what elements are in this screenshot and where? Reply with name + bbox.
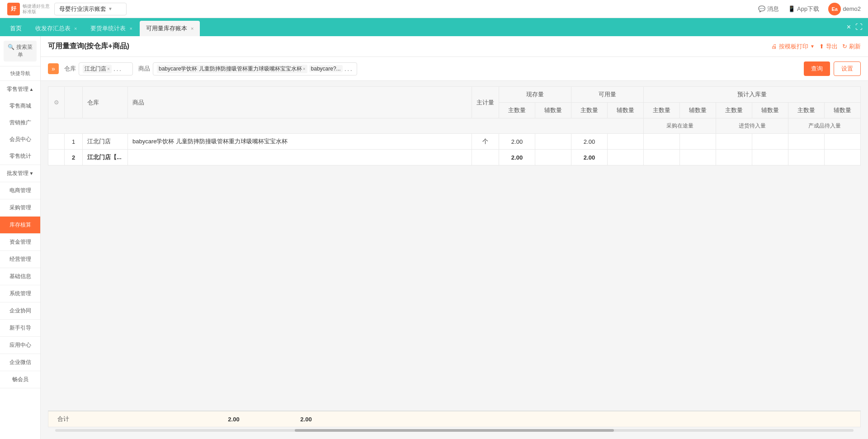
cell-available-sub-2 xyxy=(608,150,644,165)
mobile-icon: 📱 xyxy=(788,5,795,12)
th-production-group: 产成品待入量 xyxy=(788,118,861,134)
sidebar-group-system: 系统管理 xyxy=(0,285,40,302)
th-unit: 主计量 xyxy=(472,87,499,118)
cell-purchase-main-2 xyxy=(644,150,680,165)
chevron-up-icon: ▲ xyxy=(29,87,34,92)
cell-stock-main-1: 2.00 xyxy=(499,134,535,150)
sidebar-group-wholesale: 批发管理 ▼ xyxy=(0,165,40,182)
message-btn[interactable]: 💬 消息 xyxy=(758,5,779,13)
export-icon: ⬆ xyxy=(819,43,824,50)
tab-order-summary[interactable]: 要货单统计表 × xyxy=(84,21,138,36)
filter-actions: 查询 设置 xyxy=(804,61,861,76)
cell-production-sub-2 xyxy=(825,150,861,165)
app-download-btn[interactable]: 📱 App下载 xyxy=(788,5,819,13)
sidebar-group-inventory: 库存核算 xyxy=(0,217,40,234)
scroll-thumb[interactable] xyxy=(295,429,614,432)
footer-label: 合计 xyxy=(53,415,125,423)
quick-nav-label: 快捷导航 xyxy=(4,70,37,77)
remove-product-tag-1[interactable]: × xyxy=(303,66,306,71)
sidebar-group-apps: 应用中心 xyxy=(0,337,40,354)
export-btn[interactable]: ⬆ 导出 xyxy=(819,42,838,51)
cell-num-2: 2 xyxy=(65,150,83,165)
product-filter: 商品 babycare学饮杯 儿童防摔防撞吸管杯重力球吸嘴杯宝宝水杯 × bab… xyxy=(138,62,357,76)
settings-btn[interactable]: 设置 xyxy=(834,61,861,76)
cell-stock-sub-1 xyxy=(535,134,571,150)
filter-bar: » 仓库 江北门店 × ... 商品 babycare学饮杯 儿童防摔防撞吸管杯… xyxy=(41,57,868,81)
sidebar-item-wechat[interactable]: 企业微信 xyxy=(0,354,40,371)
remove-warehouse-tag[interactable]: × xyxy=(107,66,110,71)
cell-incoming-main-1 xyxy=(716,134,752,150)
logo-area: 好 畅捷通好生意 标准版 xyxy=(7,3,50,15)
footer-stock-main: 2.00 xyxy=(216,416,252,423)
refresh-btn[interactable]: ↻ 刷新 xyxy=(842,42,861,51)
sidebar-item-wholesale[interactable]: 批发管理 ▼ xyxy=(0,165,40,182)
sidebar-item-purchase[interactable]: 采购管理 xyxy=(0,199,40,216)
sidebar-item-retail-mgmt[interactable]: 零售管理 ▲ xyxy=(0,81,40,98)
cell-purchase-sub-1 xyxy=(680,134,716,150)
th-production-main: 主数量 xyxy=(788,103,825,118)
sidebar-item-business[interactable]: 经营管理 xyxy=(0,251,40,268)
sidebar-item-collab[interactable]: 企业协同 xyxy=(0,302,40,319)
sidebar-group-finance: 资金管理 xyxy=(0,234,40,251)
th-product: 商品 xyxy=(128,87,472,118)
sidebar-item-ecommerce[interactable]: 电商管理 xyxy=(0,182,40,199)
scroll-bar-area xyxy=(48,427,861,434)
user-area[interactable]: Ea demo2 xyxy=(828,3,861,15)
tab-receipt-summary[interactable]: 收发存汇总表 × xyxy=(29,21,83,36)
table-row: 1 江北门店 babycare学饮杯 儿童防摔防撞吸管杯重力球吸嘴杯宝宝水杯 个… xyxy=(48,134,861,150)
template-print-btn[interactable]: 🖨 按模板打印 ▼ xyxy=(771,42,815,51)
expand-btn[interactable]: ⛶ xyxy=(854,21,864,33)
sidebar-item-inventory[interactable]: 库存核算 xyxy=(0,217,40,233)
cell-production-main-1 xyxy=(788,134,825,150)
product-input[interactable]: babycare学饮杯 儿童防摔防撞吸管杯重力球吸嘴杯宝宝水杯 × babyca… xyxy=(153,62,357,76)
sidebar-item-retail-stats[interactable]: 零售统计 xyxy=(0,148,40,165)
cell-purchase-main-1 xyxy=(644,134,680,150)
company-select[interactable]: 母婴行业演示账套 ▼ xyxy=(54,3,127,15)
tab-available-ledger[interactable]: 可用量库存账本 × xyxy=(140,21,200,36)
sidebar-item-finance[interactable]: 资金管理 xyxy=(0,234,40,250)
sidebar-group-wechat: 企业微信 xyxy=(0,354,40,371)
sidebar-item-vip[interactable]: 畅会员 xyxy=(0,371,40,388)
cell-purchase-sub-2 xyxy=(680,150,716,165)
th-available-group: 可用量 xyxy=(571,87,644,103)
sidebar-item-newbie[interactable]: 新手引导 xyxy=(0,320,40,336)
cell-product-1: babycare学饮杯 儿童防摔防撞吸管杯重力球吸嘴杯宝宝水杯 xyxy=(128,134,472,150)
filter-toggle-btn[interactable]: » xyxy=(48,63,59,74)
close-tab-receipt[interactable]: × xyxy=(74,26,77,31)
tab-home[interactable]: 首页 xyxy=(4,21,28,36)
cell-incoming-main-2 xyxy=(716,150,752,165)
message-icon: 💬 xyxy=(758,5,765,12)
product-more-btn[interactable]: ... xyxy=(344,65,353,73)
close-all-btn[interactable]: × xyxy=(845,21,853,33)
close-tab-available[interactable]: × xyxy=(191,26,193,31)
sidebar-item-system[interactable]: 系统管理 xyxy=(0,285,40,302)
cell-product-2 xyxy=(128,150,472,165)
search-icon: 🔍 xyxy=(8,44,14,50)
close-tab-order[interactable]: × xyxy=(129,26,132,31)
table-footer: 合计 2.00 2.00 xyxy=(48,411,861,427)
sidebar-item-marketing[interactable]: 营销推广 xyxy=(0,114,40,131)
gear-icon[interactable]: ⚙ xyxy=(54,99,59,106)
main-layout: 🔍 搜索菜单 快捷导航 零售管理 ▲ 零售商城 营销推广 会员中心 零售统计 批… xyxy=(0,36,868,439)
cell-incoming-sub-1 xyxy=(752,134,788,150)
th-incoming-group: 进货待入量 xyxy=(716,118,788,134)
search-menu-btn[interactable]: 🔍 搜索菜单 xyxy=(4,41,37,61)
page-title: 可用量查询(按仓库+商品) xyxy=(48,42,129,51)
warehouse-more-btn[interactable]: ... xyxy=(113,65,122,73)
cell-production-main-2 xyxy=(788,150,825,165)
quick-nav-btn[interactable]: 快捷导航 xyxy=(0,66,40,81)
print-icon: 🖨 xyxy=(771,43,777,50)
warehouse-input[interactable]: 江北门店 × ... xyxy=(79,62,133,76)
cell-warehouse-2: 江北门店【... xyxy=(83,150,128,165)
cell-stock-main-2: 2.00 xyxy=(499,150,535,165)
top-bar: 好 畅捷通好生意 标准版 母婴行业演示账套 ▼ 💬 消息 📱 App下载 Ea … xyxy=(0,0,868,18)
query-btn[interactable]: 查询 xyxy=(804,61,830,76)
cell-gear xyxy=(48,134,65,150)
sidebar-item-member[interactable]: 会员中心 xyxy=(0,131,40,148)
sidebar-item-retail-mall[interactable]: 零售商城 xyxy=(0,98,40,114)
sidebar-item-apps[interactable]: 应用中心 xyxy=(0,337,40,354)
cell-available-main-2: 2.00 xyxy=(571,150,608,165)
sidebar-item-basic[interactable]: 基础信息 xyxy=(0,268,40,285)
warehouse-tag: 江北门店 × xyxy=(83,65,112,73)
th-num xyxy=(65,87,83,118)
